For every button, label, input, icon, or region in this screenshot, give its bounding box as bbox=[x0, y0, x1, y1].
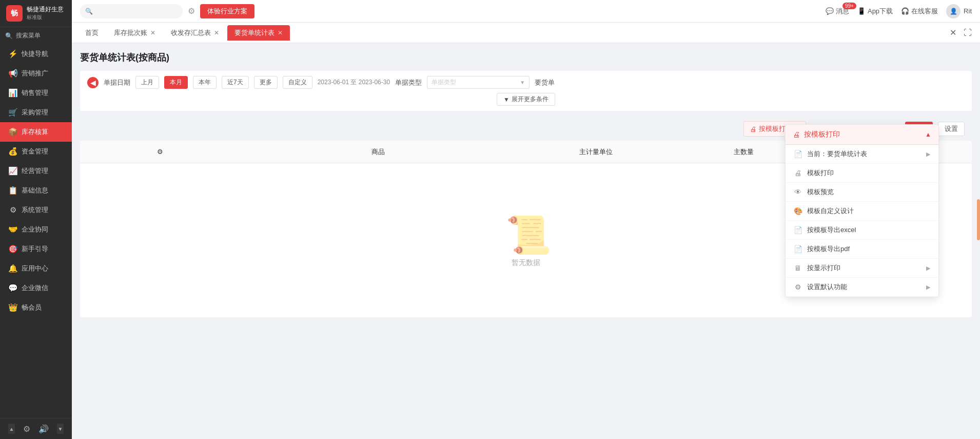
dropdown-template-print[interactable]: 🖨 模板打印 bbox=[786, 164, 938, 183]
sidebar-search[interactable]: 🔍 搜索菜单 bbox=[0, 27, 72, 44]
tab-home-label: 首页 bbox=[85, 28, 99, 37]
online-service-label: 在线客服 bbox=[911, 7, 938, 16]
filter-date-this-month[interactable]: 本月 bbox=[164, 76, 188, 89]
message-badge[interactable]: 💬 消息 99+ bbox=[826, 7, 849, 16]
main-area: 🔍 ⚙ 体验行业方案 💬 消息 99+ 📱 App下载 🎧 在线客服 👤 bbox=[72, 0, 980, 439]
sidebar-item-guide[interactable]: 🎯 新手引导 bbox=[0, 239, 72, 259]
sidebar-item-system[interactable]: ⚙ 系统管理 bbox=[0, 200, 72, 220]
topbar-search-icon: 🔍 bbox=[85, 8, 93, 15]
dropdown-template-custom-label: 模板自定义设计 bbox=[807, 206, 854, 216]
right-scrollbar[interactable] bbox=[977, 199, 980, 240]
template-custom-icon: 🎨 bbox=[794, 207, 802, 215]
filter-date-more[interactable]: 更多 bbox=[254, 76, 278, 89]
settings-icon[interactable]: ⚙ bbox=[23, 424, 30, 434]
user-menu[interactable]: 👤 Rit bbox=[946, 4, 972, 18]
empty-text: 暂无数据 bbox=[512, 258, 540, 268]
close-window-icon[interactable]: ✕ bbox=[948, 27, 958, 39]
sidebar-item-wechat[interactable]: 💬 企业微信 bbox=[0, 278, 72, 298]
nav-icon-wechat: 💬 bbox=[8, 283, 17, 293]
nav-icon-operations: 📈 bbox=[8, 166, 17, 176]
tab-inventory-batch-close[interactable]: ✕ bbox=[150, 29, 155, 36]
scroll-down-btn[interactable]: ▼ bbox=[57, 424, 64, 434]
nav-icon-member: 👑 bbox=[8, 303, 17, 312]
template-excel-icon: 📄 bbox=[794, 226, 802, 234]
dropdown-template-pdf-label: 按模板导出pdf bbox=[807, 244, 850, 254]
filter-row-1: ◀ 单据日期 上月 本月 本年 近7天 更多 自定义 2023-06-01 至 … bbox=[87, 76, 965, 89]
display-print-icon: 🖥 bbox=[794, 264, 802, 272]
sidebar-item-collab[interactable]: 🤝 企业协同 bbox=[0, 220, 72, 239]
maximize-window-icon[interactable]: ⛶ bbox=[962, 27, 974, 39]
topbar: 🔍 ⚙ 体验行业方案 💬 消息 99+ 📱 App下载 🎧 在线客服 👤 bbox=[72, 0, 980, 23]
tabs-bar: 首页 库存批次账 ✕ 收发存汇总表 ✕ 要货单统计表 ✕ ✕ ⛶ bbox=[72, 23, 980, 43]
tab-order-stats-close[interactable]: ✕ bbox=[278, 29, 283, 36]
nav-icon-sales: 📊 bbox=[8, 88, 17, 98]
sidebar-item-marketing[interactable]: 📢 营销推广 bbox=[0, 64, 72, 83]
filter-toggle-btn[interactable]: ◀ bbox=[87, 77, 99, 88]
message-count: 99+ bbox=[842, 3, 856, 9]
filter-date-custom[interactable]: 自定义 bbox=[283, 76, 312, 89]
dropdown-template-custom[interactable]: 🎨 模板自定义设计 bbox=[786, 202, 938, 221]
trial-button[interactable]: 体验行业方案 bbox=[200, 4, 254, 18]
nav-icon-basic: 📋 bbox=[8, 186, 17, 195]
topbar-search[interactable]: 🔍 bbox=[80, 4, 183, 18]
topbar-gear-icon[interactable]: ⚙ bbox=[188, 6, 195, 16]
tab-receipt-summary[interactable]: 收发存汇总表 ✕ bbox=[164, 25, 226, 41]
volume-icon[interactable]: 🔊 bbox=[38, 424, 49, 434]
nav-label-finance: 资金管理 bbox=[22, 147, 48, 156]
filter-date-7days[interactable]: 近7天 bbox=[222, 76, 249, 89]
order-type-label: 要货单 bbox=[535, 78, 555, 87]
sidebar-item-member[interactable]: 👑 畅会员 bbox=[0, 298, 72, 317]
nav-icon-marketing: 📢 bbox=[8, 69, 17, 78]
filter-expand-btn[interactable]: ▼ 展开更多条件 bbox=[497, 93, 555, 106]
download-icon: 📱 bbox=[857, 7, 866, 15]
template-print-icon: 🖨 bbox=[794, 169, 802, 177]
dropdown-template-preview[interactable]: 👁 模板预览 bbox=[786, 183, 938, 202]
logo-icon: 畅 bbox=[6, 5, 23, 22]
sidebar-item-inventory[interactable]: 📦 库存核算 bbox=[0, 122, 72, 142]
search-icon: 🔍 bbox=[5, 32, 13, 40]
sidebar-item-appstore[interactable]: 🔔 应用中心 bbox=[0, 259, 72, 278]
settings-btn[interactable]: 设置 bbox=[938, 122, 965, 136]
tab-order-stats[interactable]: 要货单统计表 ✕ bbox=[227, 25, 290, 41]
tab-receipt-summary-close[interactable]: ✕ bbox=[214, 29, 219, 36]
dropdown-template-excel[interactable]: 📄 按模板导出excel bbox=[786, 221, 938, 240]
filter-bar: ◀ 单据日期 上月 本月 本年 近7天 更多 自定义 2023-06-01 至 … bbox=[80, 71, 972, 111]
dropdown-current-template[interactable]: 📄 当前：要货单统计表 ▶ bbox=[786, 145, 938, 164]
dropdown-template-pdf[interactable]: 📄 按模板导出pdf bbox=[786, 240, 938, 259]
col-settings[interactable]: ⚙ bbox=[86, 148, 234, 156]
sidebar-item-quick-nav[interactable]: ⚡ 快捷导航 bbox=[0, 44, 72, 64]
sidebar-item-operations[interactable]: 📈 经营管理 bbox=[0, 161, 72, 181]
filter-row-2: ▼ 展开更多条件 bbox=[87, 93, 965, 106]
dropdown-set-default[interactable]: ⚙ 设置默认功能 ▶ bbox=[786, 278, 938, 297]
dropdown-display-print[interactable]: 🖥 按显示打印 ▶ bbox=[786, 259, 938, 278]
nav-label-system: 系统管理 bbox=[22, 205, 48, 215]
dropdown-collapse-btn[interactable]: ▲ bbox=[925, 131, 931, 138]
filter-date-this-year[interactable]: 本年 bbox=[193, 76, 217, 89]
nav-label-purchase: 采购管理 bbox=[22, 108, 48, 117]
app-download-label: App下载 bbox=[868, 7, 893, 16]
avatar-icon: 👤 bbox=[950, 8, 957, 15]
tabs-end: ✕ ⛶ bbox=[948, 27, 974, 39]
tab-home[interactable]: 首页 bbox=[78, 25, 106, 41]
nav-icon-guide: 🎯 bbox=[8, 244, 17, 254]
sidebar-item-basic[interactable]: 📋 基础信息 bbox=[0, 181, 72, 200]
page-title: 要货单统计表(按商品) bbox=[80, 51, 972, 64]
sidebar-item-purchase[interactable]: 🛒 采购管理 bbox=[0, 103, 72, 122]
sidebar-item-sales[interactable]: 📊 销售管理 bbox=[0, 83, 72, 103]
online-service-btn[interactable]: 🎧 在线客服 bbox=[901, 7, 938, 16]
dropdown-template-preview-label: 模板预览 bbox=[807, 187, 834, 197]
template-current-icon: 📄 bbox=[794, 150, 802, 158]
user-avatar: 👤 bbox=[946, 4, 961, 18]
type-filter-select[interactable]: 单据类型 ▼ bbox=[427, 76, 530, 89]
tab-inventory-batch[interactable]: 库存批次账 ✕ bbox=[107, 25, 163, 41]
sidebar-item-finance[interactable]: 💰 资金管理 bbox=[0, 142, 72, 161]
scroll-up-btn[interactable]: ▲ bbox=[8, 424, 15, 434]
nav-label-operations: 经营管理 bbox=[22, 166, 48, 176]
app-download-btn[interactable]: 📱 App下载 bbox=[857, 7, 893, 16]
nav-icon-quick: ⚡ bbox=[8, 49, 17, 59]
tab-receipt-summary-label: 收发存汇总表 bbox=[171, 28, 211, 37]
app-logo: 畅 畅捷通好生意 标准版 bbox=[0, 0, 72, 27]
chevron-down-icon: ▼ bbox=[503, 96, 509, 103]
set-default-icon: ⚙ bbox=[794, 283, 802, 291]
filter-date-last-month[interactable]: 上月 bbox=[135, 76, 159, 89]
